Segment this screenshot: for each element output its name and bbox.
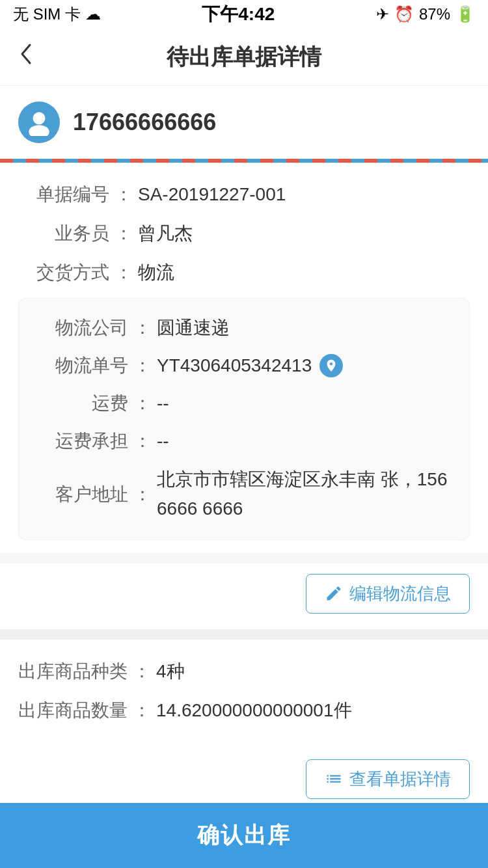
goods-type-value: 4种 xyxy=(156,658,185,685)
back-button[interactable] xyxy=(18,42,34,72)
freight-row: 运费 ： -- xyxy=(37,390,451,417)
order-no-row: 单据编号 ： SA-20191227-001 xyxy=(18,181,470,208)
salesman-value: 曾凡杰 xyxy=(138,220,470,247)
goods-type-row: 出库商品种类 ： 4种 xyxy=(18,658,470,685)
avatar xyxy=(18,102,60,143)
goods-qty-value: 14.620000000000001件 xyxy=(156,697,352,724)
location-status: ✈ xyxy=(376,5,389,23)
freight-bearer-row: 运费承担 ： -- xyxy=(37,427,451,455)
delivery-label: 交货方式 xyxy=(18,259,109,286)
status-left: 无 SIM 卡 ☁ xyxy=(13,4,101,25)
alarm-status: ⏰ xyxy=(394,5,414,23)
goods-section: 出库商品种类 ： 4种 出库商品数量 ： 14.620000000000001件 xyxy=(0,640,488,749)
freight-value: -- xyxy=(157,390,451,417)
nav-bar: 待出库单据详情 xyxy=(0,29,488,86)
status-time: 下午4:42 xyxy=(202,2,275,27)
status-bar: 无 SIM 卡 ☁ 下午4:42 ✈ ⏰ 87% 🔋 xyxy=(0,0,488,29)
svg-point-0 xyxy=(33,112,46,124)
track-location-button[interactable] xyxy=(319,354,343,377)
page-title: 待出库单据详情 xyxy=(167,42,321,72)
address-label: 客户地址 xyxy=(37,481,128,508)
delivery-row: 交货方式 ： 物流 xyxy=(18,259,470,286)
svg-point-1 xyxy=(29,125,49,136)
logistics-card: 物流公司 ： 圆通速递 物流单号 ： YT43064053424​13 运费 xyxy=(18,298,470,540)
section-divider xyxy=(0,629,488,640)
order-no-value: SA-20191227-001 xyxy=(138,181,470,208)
logistics-company-label: 物流公司 xyxy=(37,314,128,342)
logistics-tracking-label: 物流单号 xyxy=(37,352,128,379)
logistics-tracking-container: YT43064053424​13 xyxy=(157,352,343,379)
logistics-tracking-value: YT43064053424​13 xyxy=(157,352,312,379)
logistics-tracking-row: 物流单号 ： YT43064053424​13 xyxy=(37,352,451,379)
order-no-label: 单据编号 xyxy=(18,181,109,208)
address-value: 北京市市辖区海淀区永丰南 张，156 6666 6666 xyxy=(157,465,451,524)
freight-bearer-value: -- xyxy=(157,427,451,455)
salesman-label: 业务员 xyxy=(18,220,109,247)
logistics-company-value: 圆通速递 xyxy=(157,314,451,342)
edit-logistics-label: 编辑物流信息 xyxy=(349,582,451,605)
goods-qty-row: 出库商品数量 ： 14.620000000000001件 xyxy=(18,697,470,724)
confirm-button-label: 确认出库 xyxy=(197,821,291,850)
edit-logistics-button[interactable]: 编辑物流信息 xyxy=(306,574,470,614)
confirm-button[interactable]: 确认出库 xyxy=(0,803,488,868)
goods-type-label: 出库商品种类 xyxy=(18,658,128,685)
delivery-value: 物流 xyxy=(138,259,470,286)
status-right: ✈ ⏰ 87% 🔋 xyxy=(376,5,475,23)
address-row: 客户地址 ： 北京市市辖区海淀区永丰南 张，156 6666 6666 xyxy=(37,465,451,524)
customer-phone: 17666666666 xyxy=(73,109,216,136)
edit-btn-row: 编辑物流信息 xyxy=(0,563,488,629)
sim-status: 无 SIM 卡 ☁ xyxy=(13,4,101,25)
freight-label: 运费 xyxy=(37,390,128,417)
freight-bearer-label: 运费承担 xyxy=(37,427,128,455)
goods-qty-label: 出库商品数量 xyxy=(18,697,128,724)
battery-level: 87% xyxy=(419,5,450,23)
logistics-company-row: 物流公司 ： 圆通速递 xyxy=(37,314,451,342)
customer-header: 17666666666 xyxy=(0,86,488,159)
view-detail-button[interactable]: 查看单据详情 xyxy=(306,759,470,799)
salesman-row: 业务员 ： 曾凡杰 xyxy=(18,220,470,247)
view-detail-label: 查看单据详情 xyxy=(349,768,451,791)
order-info-section: 单据编号 ： SA-20191227-001 业务员 ： 曾凡杰 交货方式 ： … xyxy=(0,163,488,553)
battery-icon: 🔋 xyxy=(455,5,475,23)
